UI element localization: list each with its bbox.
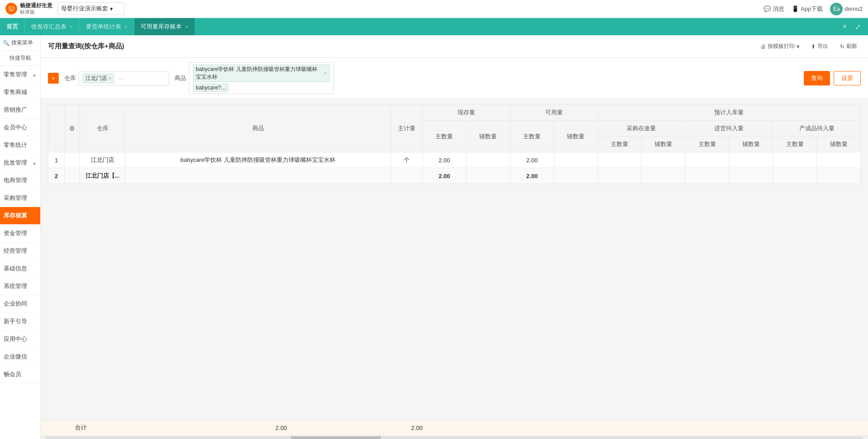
industry-select[interactable]: 母婴行业演示账套 ▾ xyxy=(57,2,125,15)
th-incoming-aux: 辅数量 xyxy=(729,137,773,152)
cell-stock-main-2: 2.00 xyxy=(423,168,467,184)
sidebar-item-marketing[interactable]: 营销推广 xyxy=(0,101,40,119)
sidebar-item-retail-stats[interactable]: 零售统计 xyxy=(0,137,40,154)
cell-available-aux xyxy=(554,152,598,168)
cell-production-aux xyxy=(817,152,861,168)
filter-expand-button[interactable]: » xyxy=(48,73,59,84)
sidebar-search[interactable]: 🔍 搜索菜单 xyxy=(0,35,40,51)
sidebar-item-purchase[interactable]: 采购管理 xyxy=(0,189,40,207)
table-row-group: 2 江北门店【... 2.00 2.00 xyxy=(48,168,861,184)
sidebar-item-system-label: 系统管理 xyxy=(4,282,27,290)
app-download-button[interactable]: 📱 App下载 xyxy=(792,5,823,13)
sidebar-quick-nav[interactable]: 快捷导航 xyxy=(0,51,40,66)
sidebar-item-retail-mall[interactable]: 零售商城 xyxy=(0,84,40,101)
export-button[interactable]: ⬆ 导出 xyxy=(807,41,832,52)
sidebar-section: 零售管理 ▲ 零售商城 营销推广 会员中心 零售统计 批发管理 ▲ 电商管理 xyxy=(0,66,40,383)
export-label: 导出 xyxy=(817,42,828,50)
sidebar-item-inventory[interactable]: 库存核算 xyxy=(0,207,40,225)
th-purchase-group: 采购在途量 xyxy=(598,121,685,137)
cell-purchase-main-2 xyxy=(598,168,642,184)
tab-summary[interactable]: 收发存汇总表 × xyxy=(25,18,80,35)
main-layout: 🔍 搜索菜单 快捷导航 零售管理 ▲ 零售商城 营销推广 会员中心 零售统计 xyxy=(0,35,868,439)
top-bar-left: 畅捷通好生意 标准版 母婴行业演示账套 ▾ xyxy=(5,2,125,15)
refresh-button[interactable]: ↻ 刷新 xyxy=(836,41,861,52)
search-icon: 🔍 xyxy=(3,40,9,46)
cell-incoming-main-2 xyxy=(685,168,729,184)
tab-order-stats-label: 要货单统计表 xyxy=(86,23,121,31)
sidebar-item-members-label: 会员中心 xyxy=(4,123,27,132)
tab-available-stock[interactable]: 可用量库存账本 × xyxy=(134,18,195,35)
print-icon: 🖨 xyxy=(760,43,766,50)
cell-rownum-2: 2 xyxy=(48,168,65,184)
nav-close-button[interactable]: × xyxy=(840,22,849,32)
sidebar-item-ecommerce-label: 电商管理 xyxy=(4,176,27,184)
product-input[interactable]: babycare学饮杯 儿童防摔防撞吸管杯重力球吸嘴杯宝宝水杯 × babyca… xyxy=(189,62,334,94)
sidebar-item-finance[interactable]: 资金管理 xyxy=(0,225,40,242)
table-area: ⚙ 仓库 商品 主计量 现存量 可用量 预计入库量 主数量 辅数量 主数量 辅数… xyxy=(41,99,868,420)
sidebar-item-wholesale[interactable]: 批发管理 ▲ xyxy=(0,154,40,172)
sidebar-item-wechat[interactable]: 企业微信 xyxy=(0,348,40,366)
sidebar-item-retail-mgmt[interactable]: 零售管理 ▲ xyxy=(0,66,40,84)
filter-bar: » 仓库 江北门店 × ··· 商品 babycare学饮杯 儿童防摔防撞吸管杯… xyxy=(41,58,868,99)
scroll-thumb[interactable] xyxy=(291,436,381,439)
tab-summary-close[interactable]: × xyxy=(70,24,73,29)
query-button[interactable]: 查询 xyxy=(804,71,830,85)
footer-label: 合计 xyxy=(75,424,87,432)
th-purchase-main: 主数量 xyxy=(598,137,642,152)
sidebar-item-ecommerce[interactable]: 电商管理 xyxy=(0,172,40,189)
settings-button[interactable]: 设置 xyxy=(834,71,861,85)
user-label: demo2 xyxy=(844,5,863,12)
sidebar-item-app-center[interactable]: 应用中心 xyxy=(0,330,40,348)
sidebar-item-retail-stats-label: 零售统计 xyxy=(4,141,27,149)
sidebar-item-system[interactable]: 系统管理 xyxy=(0,278,40,295)
tab-available-stock-close[interactable]: × xyxy=(185,24,188,29)
warehouse-tag: 江北门店 × xyxy=(83,74,114,83)
template-print-label: 按模板打印 xyxy=(768,42,795,50)
tab-order-stats[interactable]: 要货单统计表 × xyxy=(80,18,134,35)
top-bar-right: 💬 消息 📱 App下载 Ea demo2 xyxy=(764,3,863,15)
template-print-button[interactable]: 🖨 按模板打印 ▾ xyxy=(757,41,803,52)
sidebar-item-basic-info[interactable]: 基础信息 xyxy=(0,260,40,278)
tab-home[interactable]: 首页 xyxy=(0,18,25,35)
warehouse-tag-remove[interactable]: × xyxy=(108,76,111,81)
sidebar-item-vip[interactable]: 畅会员 xyxy=(0,366,40,383)
sidebar-item-enterprise[interactable]: 企业协同 xyxy=(0,295,40,313)
th-settings[interactable]: ⚙ xyxy=(65,105,80,152)
tab-available-stock-label: 可用量库存账本 xyxy=(141,23,182,31)
sidebar-item-guide-label: 新手引导 xyxy=(4,317,27,326)
th-available-group: 可用量 xyxy=(510,105,598,121)
refresh-icon: ↻ xyxy=(840,43,844,50)
th-production-aux: 辅数量 xyxy=(817,137,861,152)
th-unit: 主计量 xyxy=(391,105,423,152)
filter-actions: 查询 设置 xyxy=(804,71,861,85)
nav-fullscreen-button[interactable]: ⤢ xyxy=(852,22,863,32)
footer-available-total: 2.00 xyxy=(403,425,430,431)
cell-rownum: 1 xyxy=(48,152,65,168)
top-bar: 畅捷通好生意 标准版 母婴行业演示账套 ▾ 💬 消息 📱 App下载 Ea de… xyxy=(0,0,868,18)
cell-incoming-main xyxy=(685,152,729,168)
cell-purchase-aux xyxy=(642,152,685,168)
chevron-down-icon-print: ▾ xyxy=(797,43,799,50)
logo-area: 畅捷通好生意 标准版 xyxy=(5,2,52,15)
cell-stock-aux xyxy=(466,152,510,168)
table-row: 1 江北门店 babycare学饮杯 儿童防摔防撞吸管杯重力球吸嘴杯宝宝水杯 个… xyxy=(48,152,861,168)
sidebar-item-guide[interactable]: 新手引导 xyxy=(0,313,40,330)
cell-available-main: 2.00 xyxy=(510,152,554,168)
scroll-track xyxy=(45,436,863,439)
cell-warehouse-2: 江北门店【... xyxy=(80,168,125,184)
product-tag-1-remove[interactable]: × xyxy=(324,71,327,76)
sidebar-item-operations[interactable]: 经营管理 xyxy=(0,242,40,260)
message-button[interactable]: 💬 消息 xyxy=(764,5,784,13)
cell-product-2 xyxy=(125,168,391,184)
warehouse-input[interactable]: 江北门店 × ··· xyxy=(79,71,169,85)
sidebar-item-inventory-label: 库存核算 xyxy=(4,212,27,220)
bottom-scrollbar[interactable] xyxy=(41,435,868,439)
tab-order-stats-close[interactable]: × xyxy=(125,24,127,29)
warehouse-more-dots[interactable]: ··· xyxy=(116,75,124,82)
sidebar-item-members[interactable]: 会员中心 xyxy=(0,119,40,137)
user-area[interactable]: Ea demo2 xyxy=(830,3,863,15)
cell-available-aux-2 xyxy=(554,168,598,184)
th-available-main: 主数量 xyxy=(510,121,554,152)
message-icon: 💬 xyxy=(764,5,771,12)
sidebar-item-wechat-label: 企业微信 xyxy=(4,353,27,361)
